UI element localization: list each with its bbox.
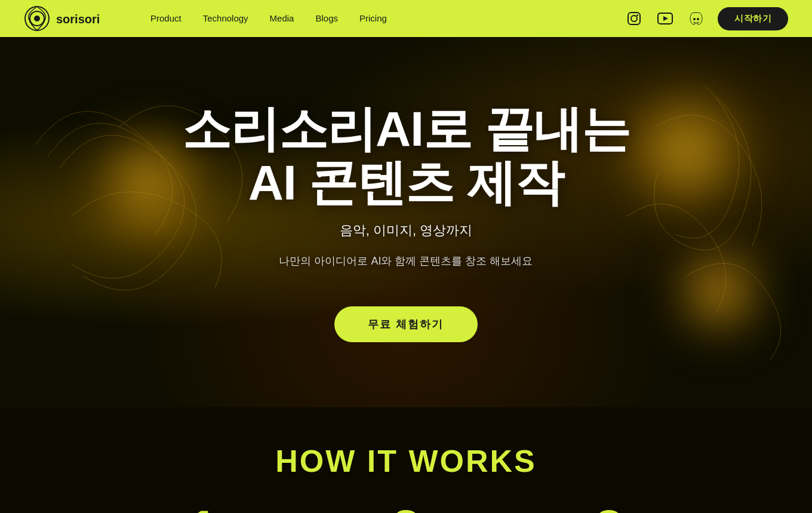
svg-point-10	[697, 18, 699, 20]
nav-links: Product Technology Media Blogs Pricing	[150, 13, 387, 24]
navbar: sorisori Product Technology Media Blogs …	[0, 0, 812, 37]
step-number-1: 1	[188, 503, 218, 513]
how-it-works-section: HOW IT WORKS 1 2 3	[0, 407, 812, 513]
hero-subtitle: 음악, 이미지, 영상까지	[340, 222, 472, 239]
svg-point-2	[34, 16, 40, 21]
svg-rect-4	[628, 13, 640, 24]
hero-content: 소리소리AI로 끝내는 AI 콘텐츠 제작 음악, 이미지, 영상까지 나만의 …	[182, 102, 630, 342]
nav-item-pricing[interactable]: Pricing	[359, 13, 387, 24]
svg-text:sorisori: sorisori	[56, 13, 100, 26]
svg-point-5	[631, 16, 637, 21]
nav-item-media[interactable]: Media	[270, 13, 294, 24]
hero-title: 소리소리AI로 끝내는 AI 콘텐츠 제작	[182, 102, 630, 210]
how-step-1: 1	[102, 503, 304, 513]
svg-point-9	[693, 18, 696, 20]
svg-point-6	[636, 14, 638, 16]
how-it-works-title: HOW IT WORKS	[0, 443, 812, 479]
instagram-icon[interactable]	[625, 9, 644, 28]
how-step-3: 3	[508, 503, 710, 513]
discord-icon[interactable]	[687, 9, 706, 28]
nav-item-technology[interactable]: Technology	[203, 13, 248, 24]
step-number-3: 3	[594, 503, 624, 513]
hero-description: 나만의 아이디어로 AI와 함께 콘텐츠를 창조 해보세요	[279, 254, 533, 268]
logo-icon	[24, 5, 50, 32]
nav-item-blogs[interactable]: Blogs	[315, 13, 338, 24]
youtube-icon[interactable]	[656, 9, 675, 28]
step-number-2: 2	[391, 503, 421, 513]
logo-text: sorisori	[56, 10, 122, 27]
hero-section: 소리소리AI로 끝내는 AI 콘텐츠 제작 음악, 이미지, 영상까지 나만의 …	[0, 37, 812, 407]
svg-marker-8	[663, 16, 668, 21]
hero-cta-button[interactable]: 무료 체험하기	[334, 306, 477, 342]
nav-right: 시작하기	[625, 7, 788, 30]
logo[interactable]: sorisori	[24, 5, 122, 32]
how-steps-container: 1 2 3	[0, 503, 812, 513]
start-button[interactable]: 시작하기	[718, 7, 788, 30]
nav-item-product[interactable]: Product	[150, 13, 182, 24]
how-step-2: 2	[304, 503, 508, 513]
nav-left: sorisori Product Technology Media Blogs …	[24, 5, 387, 32]
